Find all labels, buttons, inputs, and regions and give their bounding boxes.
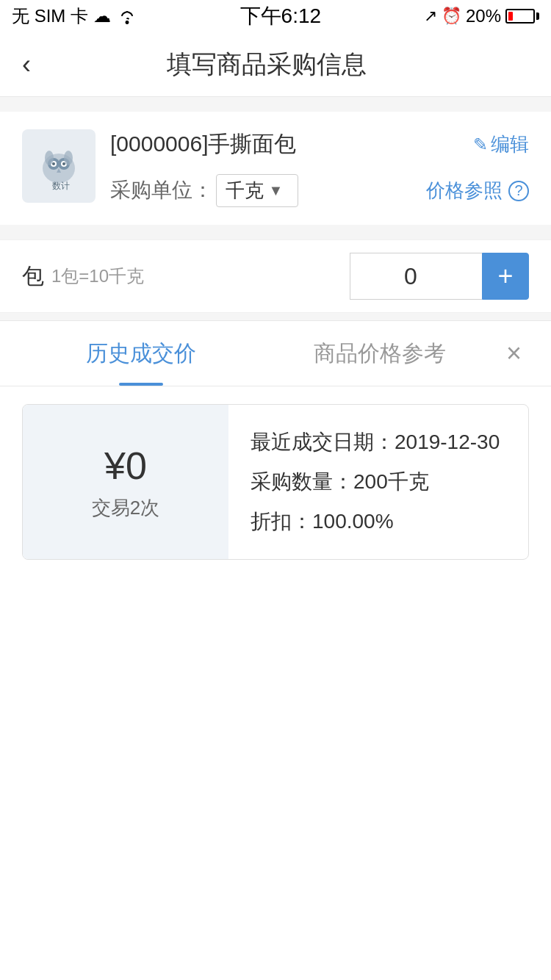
qty-input-group: + bbox=[350, 253, 529, 300]
status-time: 下午6:12 bbox=[240, 2, 322, 30]
edit-button[interactable]: ✎ 编辑 bbox=[473, 131, 529, 157]
edit-icon: ✎ bbox=[473, 134, 488, 155]
qty-plus-button[interactable]: + bbox=[482, 253, 529, 300]
tab-history-price[interactable]: 历史成交价 bbox=[22, 321, 260, 386]
price-ref-button[interactable]: 价格参照 ? bbox=[426, 178, 529, 203]
location-icon: ↗ bbox=[424, 7, 437, 26]
price-purchase-qty: 采购数量：200千克 bbox=[251, 468, 506, 496]
price-left: ¥0 交易2次 bbox=[23, 405, 228, 559]
back-button[interactable]: ‹ bbox=[22, 49, 31, 80]
bottom-area bbox=[0, 577, 551, 980]
svg-point-6 bbox=[52, 162, 55, 165]
svg-point-9 bbox=[45, 151, 54, 165]
tab-close-button[interactable]: × bbox=[499, 331, 529, 376]
page-title: 填写商品采购信息 bbox=[46, 48, 488, 82]
unit-select[interactable]: 千克 ▼ bbox=[216, 174, 298, 207]
product-card: 数计 [0000006]手撕面包 ✎ 编辑 采购单位： 千克 ▼ bbox=[0, 112, 551, 225]
wifi-icon bbox=[117, 8, 137, 24]
product-full-name: [0000006]手撕面包 bbox=[110, 129, 296, 159]
product-logo-icon: 数计 bbox=[33, 140, 84, 192]
qty-label: 包 1包=10千克 bbox=[22, 262, 144, 292]
price-discount: 折扣：100.00% bbox=[251, 508, 506, 536]
product-thumbnail: 数计 bbox=[22, 129, 96, 203]
alarm-icon: ⏰ bbox=[442, 7, 461, 26]
status-left: 无 SIM 卡 ☁ bbox=[12, 4, 137, 28]
no-sim-text: 无 SIM 卡 ☁ bbox=[12, 4, 111, 28]
unit-dropdown-arrow-icon: ▼ bbox=[268, 182, 283, 199]
svg-point-10 bbox=[64, 151, 73, 165]
qty-unit-big: 包 bbox=[22, 262, 44, 292]
product-info: [0000006]手撕面包 ✎ 编辑 采购单位： 千克 ▼ 价格参照 ? bbox=[110, 129, 529, 207]
tab-price-reference[interactable]: 商品价格参考 bbox=[260, 321, 498, 386]
unit-label: 采购单位： bbox=[110, 179, 213, 201]
quantity-section: 包 1包=10千克 + bbox=[0, 239, 551, 313]
price-card-container: ¥0 交易2次 最近成交日期：2019-12-30 采购数量：200千克 折扣：… bbox=[0, 386, 551, 577]
battery-icon bbox=[505, 9, 539, 24]
svg-point-7 bbox=[62, 162, 65, 165]
qty-input[interactable] bbox=[350, 253, 482, 300]
tab-active-underline bbox=[119, 383, 163, 386]
price-ref-question-icon: ? bbox=[508, 181, 529, 201]
status-bar: 无 SIM 卡 ☁ 下午6:12 ↗ ⏰ 20% bbox=[0, 0, 551, 32]
price-amount: ¥0 bbox=[104, 444, 147, 488]
status-right: ↗ ⏰ 20% bbox=[424, 6, 539, 26]
svg-point-0 bbox=[126, 21, 129, 24]
price-card: ¥0 交易2次 最近成交日期：2019-12-30 采购数量：200千克 折扣：… bbox=[22, 404, 529, 560]
price-last-date: 最近成交日期：2019-12-30 bbox=[251, 428, 506, 456]
qty-conversion: 1包=10千克 bbox=[51, 264, 144, 288]
price-transactions: 交易2次 bbox=[92, 495, 159, 521]
battery-percentage: 20% bbox=[466, 6, 501, 26]
unit-label-group: 采购单位： 千克 ▼ bbox=[110, 174, 298, 207]
price-right: 最近成交日期：2019-12-30 采购数量：200千克 折扣：100.00% bbox=[228, 405, 528, 559]
price-ref-label: 价格参照 bbox=[426, 178, 503, 203]
svg-text:数计: 数计 bbox=[52, 181, 70, 191]
tab-section: 历史成交价 商品价格参考 × ¥0 交易2次 最近成交日期：2019-12-30… bbox=[0, 320, 551, 577]
tab-header: 历史成交价 商品价格参考 × bbox=[0, 321, 551, 386]
nav-bar: ‹ 填写商品采购信息 bbox=[0, 32, 551, 97]
